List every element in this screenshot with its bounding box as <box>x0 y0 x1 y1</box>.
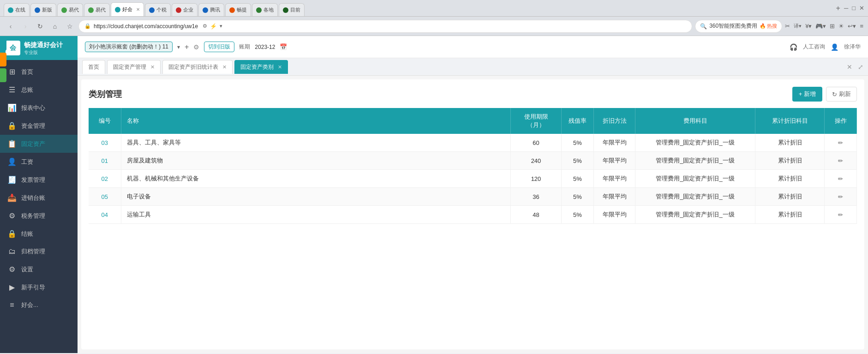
tab-close-window[interactable]: ✕ <box>847 63 852 71</box>
tax-icon: ⚙ <box>7 211 17 220</box>
browser-tabs: 在线 新版 易代 易代 好会 ✕ 个税 <box>4 0 305 16</box>
new-tab-button[interactable]: + <box>836 4 840 12</box>
edit-button[interactable]: ✏ <box>838 211 843 218</box>
sidebar-item-settings[interactable]: ⚙ 设置 <box>0 260 78 278</box>
consult-label[interactable]: 人工咨询 <box>803 43 825 51</box>
tab-home[interactable]: 首页 <box>82 60 105 74</box>
dropdown-user-icon[interactable]: ▾ <box>177 44 180 50</box>
hot-label: 🔥 热搜 <box>760 23 777 30</box>
sidebar-label-fixed: 固定资产 <box>21 140 45 148</box>
browser-maximize[interactable]: □ <box>852 5 856 12</box>
add-company-btn[interactable]: + <box>185 43 189 51</box>
nav-forward[interactable]: › <box>19 20 31 32</box>
report-icon: 📊 <box>7 103 17 112</box>
tab-depreciation[interactable]: 固定资产折旧统计表 ✕ <box>162 60 233 74</box>
username-label: 徐泽华 <box>844 43 861 51</box>
sidebar-item-tax[interactable]: ⚙ 税务管理 <box>0 207 78 225</box>
browser-tab[interactable]: 个税 <box>145 3 171 16</box>
sidebar-item-guide[interactable]: ▶ 新手引导 <box>0 278 78 296</box>
calendar-icon[interactable]: 📅 <box>280 43 287 50</box>
cell-op: ✏ <box>825 152 857 170</box>
edit-button[interactable]: ✏ <box>838 157 843 164</box>
nav-home[interactable]: ⌂ <box>49 20 61 32</box>
sidebar-item-report[interactable]: 📊 报表中心 <box>0 99 78 117</box>
side-btn-2[interactable] <box>0 53 6 66</box>
browser-tab[interactable]: 新版 <box>30 3 56 16</box>
game-icon[interactable]: 🎮▾ <box>815 23 826 30</box>
switch-version-button[interactable]: 切到旧版 <box>204 42 234 52</box>
browser-tab[interactable]: 目前 <box>279 3 305 16</box>
user-badge[interactable]: 刘小艳演示账套 (勿删勿动！) 11 <box>85 42 173 52</box>
cell-method: 年限平均 <box>594 152 635 170</box>
side-btn-3[interactable] <box>0 68 6 82</box>
browser-close[interactable]: ✕ <box>859 5 864 12</box>
tab-close-icon[interactable]: ✕ <box>136 7 140 12</box>
nav-refresh[interactable]: ↻ <box>34 20 46 32</box>
sidebar-label-close: 结账 <box>21 230 33 238</box>
sidebar-label-more: 好会... <box>21 301 38 309</box>
add-button[interactable]: + 新增 <box>792 87 822 102</box>
stock-icon: 📥 <box>7 193 17 202</box>
nav-back[interactable]: ‹ <box>5 20 17 32</box>
coupon-icon[interactable]: ¥▾ <box>805 23 812 30</box>
sidebar-item-home[interactable]: ⊞ 首页 <box>0 63 78 81</box>
edit-button[interactable]: ✏ <box>838 139 843 146</box>
undo-icon[interactable]: ↩▾ <box>848 23 856 30</box>
sidebar-item-close[interactable]: 🔒 结账 <box>0 225 78 243</box>
browser-tab[interactable]: 易代 <box>57 3 83 16</box>
edit-button[interactable]: ✏ <box>838 193 843 200</box>
period-value: 2023-12 <box>255 44 275 50</box>
browser-tab[interactable]: 各地 <box>252 3 278 16</box>
side-btn-1[interactable] <box>0 37 6 51</box>
sidebar-item-stock[interactable]: 📥 进销台账 <box>0 189 78 207</box>
site-info-icon[interactable]: ⚙ <box>203 23 207 29</box>
search-bar[interactable]: 🔍 360智能抠图免费用 🔥 热搜 <box>695 20 782 33</box>
table-row: 02 机器、机械和其他生产设备 120 5% 年限平均 管理费用_固定资产折旧_… <box>89 170 857 188</box>
menu-icon[interactable]: ≡ <box>860 23 863 30</box>
sidebar-item-fund[interactable]: 🔒 资金管理 <box>0 117 78 135</box>
url-bar[interactable]: 🔒 https://cloud.chanjet.com/accounting/u… <box>78 20 692 33</box>
translate-icon[interactable]: 译▾ <box>794 23 802 30</box>
cell-rate: 5% <box>562 188 594 206</box>
cell-expense: 管理费用_固定资产折旧_一级 <box>635 170 755 188</box>
tab-category[interactable]: 固定资产类别 ✕ <box>234 60 288 74</box>
refresh-button[interactable]: ↻ 刷新 <box>826 87 857 102</box>
tab-depreciation-close[interactable]: ✕ <box>222 64 227 70</box>
scissors-icon[interactable]: ✂ <box>785 23 790 30</box>
col-header-period: 使用期限（月） <box>511 108 562 134</box>
sidebar-item-archive[interactable]: 🗂 归档管理 <box>0 243 78 260</box>
sidebar-item-ledger[interactable]: ☰ 总账 <box>0 81 78 99</box>
sidebar-label-guide: 新手引导 <box>21 283 45 292</box>
sidebar-nav: ⊞ 首页 ☰ 总账 📊 报表中心 🔒 资金管理 📋 固定资产 👤 工资 <box>0 60 78 353</box>
tab-fixed-mgmt-close[interactable]: ✕ <box>150 64 155 70</box>
col-header-code: 编号 <box>89 108 121 134</box>
settings-icon: ⚙ <box>7 265 17 274</box>
browser-tab[interactable]: 腾讯 <box>198 3 224 16</box>
browser-tab[interactable]: 在线 <box>4 3 30 16</box>
browser-tab[interactable]: 易代 <box>84 3 110 16</box>
sidebar-item-salary[interactable]: 👤 工资 <box>0 153 78 171</box>
tab-category-close[interactable]: ✕ <box>278 64 282 70</box>
url-text: https://cloud.chanjet.com/accounting/uw1… <box>94 23 198 30</box>
main-content: 首页 固定资产管理 ✕ 固定资产折旧统计表 ✕ 固定资产类别 ✕ ✕ ⤢ <box>78 58 868 353</box>
browser-tab-active[interactable]: 好会 ✕ <box>111 2 144 16</box>
cell-method: 年限平均 <box>594 206 635 224</box>
browser-tab[interactable]: 畅提 <box>225 3 251 16</box>
tab-expand-window[interactable]: ⤢ <box>858 63 863 71</box>
lightning-icon[interactable]: ⚡ <box>210 23 217 30</box>
browser-tab[interactable]: 企业 <box>172 3 198 16</box>
sidebar-item-fixed[interactable]: 📋 固定资产 <box>0 135 78 153</box>
avatar-icon: 👤 <box>831 43 838 51</box>
sidebar-item-more[interactable]: ≡ 好会... <box>0 296 78 314</box>
cell-expense: 管理费用_固定资产折旧_一级 <box>635 206 755 224</box>
settings-gear-icon[interactable]: ⚙ <box>193 43 199 51</box>
grid-icon[interactable]: ⊞ <box>830 23 835 30</box>
tab-fixed-mgmt[interactable]: 固定资产管理 ✕ <box>107 60 161 74</box>
dropdown-icon[interactable]: ▾ <box>220 23 222 29</box>
edit-button[interactable]: ✏ <box>838 175 843 182</box>
nav-star[interactable]: ☆ <box>64 20 76 32</box>
sun-icon[interactable]: ☀ <box>838 23 844 30</box>
browser-minimize[interactable]: ─ <box>844 5 848 12</box>
sidebar-item-invoice[interactable]: 🧾 发票管理 <box>0 171 78 189</box>
cell-code: 01 <box>89 152 121 170</box>
